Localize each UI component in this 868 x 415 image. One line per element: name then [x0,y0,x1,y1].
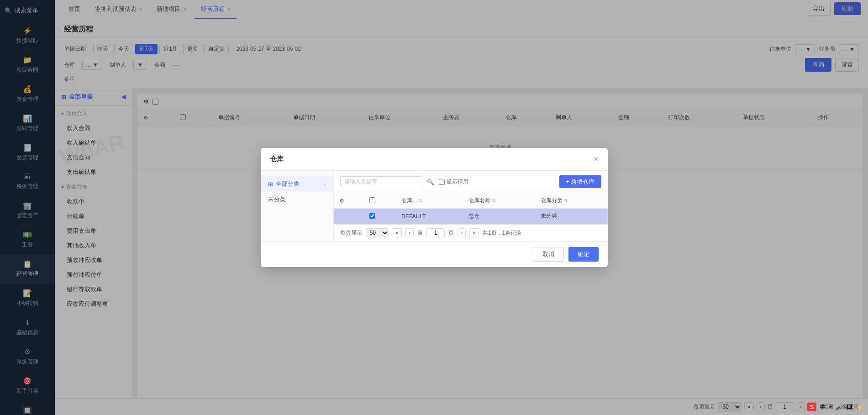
bottom-icon-2[interactable]: • [830,404,832,410]
bottom-icon-1[interactable]: 中 [820,403,826,411]
modal-search-input[interactable] [340,176,422,187]
modal-row-settings [334,209,364,224]
bottom-icon-3[interactable]: 🖼 [847,404,852,410]
modal-col-checkbox [364,193,396,209]
modal-col-settings: ⚙ [334,193,364,209]
cancel-button[interactable]: 取消 [533,247,564,262]
modal-per-page-select[interactable]: 50 100 [366,228,389,237]
modal-next-btn[interactable]: › [458,228,466,237]
bottom-right-icons: S 中 • 🎤 🖼 ⚡ [807,403,863,411]
modal-col-name[interactable]: 仓库名称 ⇅ [463,193,535,209]
modal-search-icon[interactable]: 🔍 [427,179,434,185]
modal-first-btn[interactable]: « [393,228,402,237]
modal-th-checkbox[interactable] [369,197,375,203]
collapse-left-panel[interactable]: ‹ [324,181,326,187]
modal-header: 仓库 × [261,148,608,171]
modal-row-code: DEFAULT [396,209,463,224]
modal-toolbar: 🔍 显示停用 + 新增仓库 [334,171,608,193]
sort-category-icon[interactable]: ⇅ [564,198,568,203]
modal-footer: 取消 确定 [261,241,608,267]
modal-close-button[interactable]: × [594,154,599,164]
sort-name-icon[interactable]: ⇅ [492,198,495,203]
modal-body: ⊞ 全部分类 ‹ 未分类 🔍 显示停用 + 新增仓 [261,171,608,241]
modal-left-all-category[interactable]: ⊞ 全部分类 ‹ [261,176,333,192]
modal-row-checkbox [364,209,396,224]
modal-left-panel: ⊞ 全部分类 ‹ 未分类 [261,171,334,241]
modal-left-uncategorized[interactable]: 未分类 [261,192,333,207]
sort-code-icon[interactable]: ⇅ [419,198,422,203]
modal-right-panel: 🔍 显示停用 + 新增仓库 ⚙ [334,171,608,241]
modal-page-label: 页 [448,229,454,237]
modal-row-category: 未分类 [535,209,607,224]
modal-col-category[interactable]: 仓库分类 ⇅ [535,193,607,209]
modal-page-pre: 第 [417,229,423,237]
bottom-icon-4[interactable]: ⚡ [856,404,863,410]
modal-col-code[interactable]: 仓库... ⇅ [396,193,463,209]
modal-table: ⚙ 仓库... ⇅ 仓库名称 [334,193,608,224]
modal-prev-btn[interactable]: ‹ [405,228,414,237]
modal-table-wrap: ⚙ 仓库... ⇅ 仓库名称 [334,193,608,224]
settings-icon-th[interactable]: ⚙ [339,198,344,204]
modal-per-page-label: 每页显示 [340,229,362,237]
modal-last-btn[interactable]: » [469,228,479,237]
bottom-icon-mic[interactable]: 🎤 [836,404,843,410]
warehouse-modal: 仓库 × ⊞ 全部分类 ‹ 未分类 🔍 [261,148,608,267]
s-logo: S [807,403,817,411]
show-disabled-checkbox[interactable] [439,179,445,185]
add-warehouse-button[interactable]: + 新增仓库 [559,175,601,188]
show-disabled-label[interactable]: 显示停用 [439,178,468,186]
modal-pagination: 每页显示 50 100 « ‹ 第 页 › » 共1页，1条记录 [334,224,608,241]
confirm-button[interactable]: 确定 [568,247,599,262]
modal-page-input[interactable] [426,228,445,237]
modal-row-name: 总仓 [463,209,535,224]
modal-table-row[interactable]: DEFAULT 总仓 未分类 [334,209,608,224]
modal-total-label: 共1页，1条记录 [483,229,521,237]
modal-title: 仓库 [270,155,284,163]
modal-row-checkbox-input[interactable] [369,213,375,219]
modal-overlay[interactable]: 仓库 × ⊞ 全部分类 ‹ 未分类 🔍 [0,0,868,415]
grid-icon-modal: ⊞ [268,181,273,188]
